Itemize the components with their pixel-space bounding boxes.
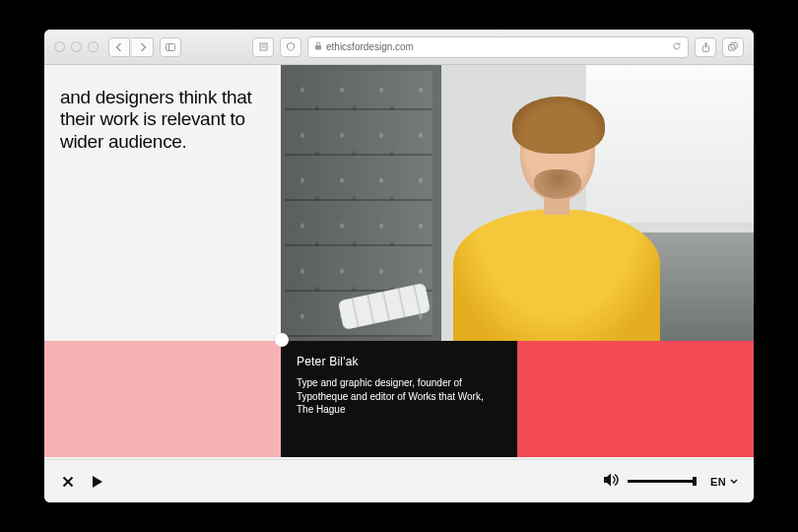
maximize-window-button[interactable] [88, 41, 99, 52]
nav-buttons [108, 37, 154, 57]
tabs-button[interactable] [722, 37, 744, 57]
lock-icon [314, 41, 322, 52]
window-controls [54, 41, 99, 52]
speaker-info-panel: Peter Bil'ak Type and graphic designer, … [281, 341, 517, 457]
sidebar-button[interactable] [160, 37, 181, 57]
speaker-role: Type and graphic designer, founder of Ty… [297, 376, 484, 417]
progress-elapsed[interactable] [44, 341, 281, 457]
subtitle-panel: and designers think that their work is r… [44, 65, 281, 341]
svg-rect-2 [260, 43, 267, 50]
svg-marker-13 [604, 473, 611, 486]
privacy-button[interactable] [280, 37, 301, 57]
refresh-icon[interactable] [672, 41, 682, 53]
volume-icon [604, 473, 620, 491]
video-still [281, 65, 754, 341]
svg-rect-9 [731, 43, 738, 49]
svg-rect-8 [729, 45, 736, 51]
upper-row: and designers think that their work is r… [44, 65, 754, 341]
reader-mode-button[interactable] [252, 37, 274, 57]
chevron-down-icon [730, 477, 738, 486]
video-frame[interactable] [281, 65, 754, 341]
playhead-handle[interactable] [275, 333, 289, 347]
subtitle-text: and designers think that their work is r… [60, 87, 261, 153]
page-content: and designers think that their work is r… [44, 65, 754, 459]
svg-rect-0 [166, 43, 175, 50]
volume-control[interactable] [604, 473, 697, 491]
lower-strip: Peter Bil'ak Type and graphic designer, … [44, 341, 754, 457]
close-window-button[interactable] [54, 41, 65, 52]
svg-marker-12 [93, 476, 102, 488]
reader-buttons [252, 37, 301, 57]
svg-rect-5 [315, 45, 321, 50]
volume-slider[interactable] [628, 480, 697, 483]
speaker-name: Peter Bil'ak [297, 355, 501, 368]
url-text: ethicsfordesign.com [326, 41, 414, 52]
player-bar: EN [44, 459, 754, 502]
language-selector[interactable]: EN [710, 476, 738, 488]
play-icon[interactable] [90, 474, 105, 490]
share-button[interactable] [695, 37, 716, 57]
close-icon[interactable] [60, 474, 76, 490]
progress-remaining[interactable] [517, 341, 754, 457]
browser-toolbar: ethicsfordesign.com [44, 30, 754, 65]
browser-window: ethicsfordesign.com and designers think … [44, 30, 754, 502]
language-label: EN [710, 476, 726, 488]
right-buttons [695, 37, 744, 57]
minimize-window-button[interactable] [71, 41, 82, 52]
back-button[interactable] [108, 37, 130, 57]
forward-button[interactable] [132, 37, 154, 57]
address-bar[interactable]: ethicsfordesign.com [307, 36, 689, 58]
